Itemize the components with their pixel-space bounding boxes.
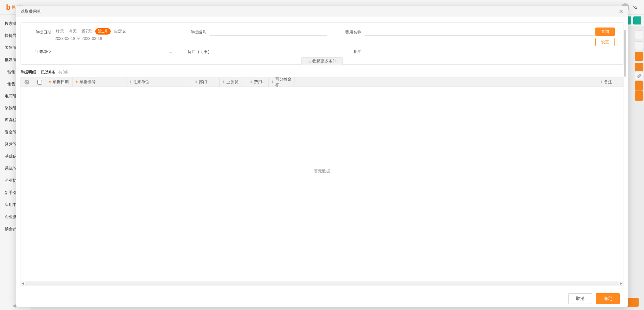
sort-icon[interactable]: ▲▼ [250, 80, 253, 84]
partner-input[interactable] [55, 48, 166, 55]
empty-state: 暂无数据 [20, 168, 624, 174]
detail-header: 单据明细 已选0条 | 共0条 [20, 69, 624, 75]
date-quick-options: 昨天今天近7天近1月自定义 [55, 28, 127, 35]
sort-icon[interactable]: ▲▼ [600, 80, 603, 84]
remark-input[interactable] [365, 48, 611, 55]
table-header-row: ▲▼单据日期▲▼单据编号▲▼往来单位▲▼部门▲▼业务员▲▼费用...▲▼可分摊金… [20, 78, 624, 87]
ok-button[interactable]: 确定 [596, 293, 620, 304]
filter-panel: 单据日期 昨天今天近7天近1月自定义 2023-02-18 至 2023-03-… [20, 22, 624, 65]
table-header-amount[interactable]: ▲▼可分摊金额 [269, 78, 295, 87]
table-header-code[interactable]: ▲▼单据编号 [73, 78, 126, 87]
cancel-button[interactable]: 取消 [568, 293, 592, 304]
table-header-chk[interactable] [33, 78, 46, 87]
col-label: 可分摊金额 [275, 77, 292, 88]
settings-button[interactable]: 设置 [595, 38, 615, 46]
collapse-conditions-toggle[interactable]: ︽ 收起更多条件 [301, 57, 343, 65]
col-label: 业务员 [226, 79, 238, 85]
filter-doc-date: 单据日期 昨天今天近7天近1月自定义 2023-02-18 至 2023-03-… [33, 28, 177, 42]
close-icon[interactable]: ✕ [619, 8, 623, 15]
hscroll-right-icon[interactable]: ▶ [619, 281, 624, 285]
date-option[interactable]: 近7天 [80, 28, 93, 35]
date-range-text: 2023-02-18 至 2023-03-18 [55, 36, 127, 42]
partner-label: 往来单位 [33, 48, 51, 55]
date-option[interactable]: 近1月 [95, 28, 111, 35]
sort-icon[interactable]: ▲▼ [129, 80, 132, 84]
doc-code-label: 单据编号 [187, 28, 206, 35]
chevron-up-icon: ︽ [308, 59, 311, 64]
partner-picker-icon[interactable]: ··· [168, 50, 173, 55]
remark-detail-label: 备注（明细） [187, 48, 211, 55]
col-label: 单据编号 [79, 79, 96, 85]
table-body: 暂无数据 [20, 87, 624, 281]
modal-body: 单据日期 昨天今天近7天近1月自定义 2023-02-18 至 2023-03-… [16, 17, 628, 290]
collapse-label: 收起更多条件 [312, 58, 336, 64]
filter-doc-code: 单据编号 [187, 28, 332, 36]
col-label: 单据日期 [53, 79, 69, 85]
modal-footer: 取消 确定 [16, 290, 628, 307]
doc-date-label: 单据日期 [33, 28, 51, 35]
detail-title: 单据明细 [20, 69, 36, 75]
filter-partner: 往来单位 ··· [33, 48, 177, 55]
total-divider: | [55, 70, 59, 74]
sort-icon[interactable]: ▲▼ [195, 80, 198, 84]
col-label: 往来单位 [133, 79, 149, 85]
select-expense-modal: 选取费用单 ✕ 单据日期 昨天今天近7天近1月自定义 2023-02-18 至 … [16, 6, 628, 307]
modal-vertical-scrollbar[interactable] [624, 23, 627, 289]
table-header-clerk[interactable]: ▲▼业务员 [220, 78, 247, 87]
table-header-partner[interactable]: ▲▼往来单位 [126, 78, 192, 87]
detail-selected-count: 已选0条 | 共0条 [41, 69, 69, 75]
sort-icon[interactable]: ▲▼ [271, 80, 274, 84]
table-header-gear[interactable] [20, 78, 33, 87]
hscroll-track[interactable] [25, 281, 619, 285]
date-option[interactable]: 自定义 [113, 28, 127, 35]
filter-actions: 查询 设置 [595, 28, 615, 46]
sort-icon[interactable]: ▲▼ [222, 80, 225, 84]
date-option[interactable]: 昨天 [55, 28, 65, 35]
table-header-date[interactable]: ▲▼单据日期 [46, 78, 73, 87]
col-label: 部门 [199, 79, 207, 85]
remark-detail-input[interactable] [214, 48, 326, 55]
col-label: 费用... [254, 79, 265, 85]
table-header-dept[interactable]: ▲▼部门 [192, 78, 220, 87]
filter-remark: 备注 [342, 48, 611, 55]
doc-code-input[interactable] [210, 28, 327, 36]
gear-icon[interactable] [24, 80, 29, 85]
select-all-checkbox[interactable] [37, 80, 42, 85]
table-header-fee[interactable]: ▲▼费用... [247, 78, 269, 87]
table-header-remark[interactable]: ▲▼备注 [295, 78, 624, 87]
selected-prefix: 已选 [41, 70, 49, 74]
sort-icon[interactable]: ▲▼ [49, 80, 51, 84]
filter-fee-name: 费用名称 ··· [342, 28, 611, 36]
detail-table: ▲▼单据日期▲▼单据编号▲▼往来单位▲▼部门▲▼业务员▲▼费用...▲▼可分摊金… [20, 77, 624, 286]
hscroll-left-icon[interactable]: ◀ [20, 281, 25, 285]
modal-header: 选取费用单 ✕ [16, 6, 628, 17]
fee-name-label: 费用名称 [342, 28, 361, 35]
remark-label: 备注 [342, 48, 361, 55]
table-horizontal-scrollbar[interactable]: ◀ ▶ [20, 281, 624, 286]
fee-name-input[interactable] [365, 28, 605, 36]
col-label: 备注 [604, 79, 612, 85]
modal-title: 选取费用单 [21, 9, 619, 14]
sort-icon[interactable]: ▲▼ [75, 80, 78, 84]
selected-count: 0 [49, 70, 51, 74]
date-option[interactable]: 今天 [67, 28, 78, 35]
total-text: 共0条 [58, 70, 69, 74]
query-button[interactable]: 查询 [595, 28, 615, 36]
filter-remark-detail: 备注（明细） [187, 48, 332, 55]
selected-suffix: 条 [51, 70, 55, 74]
svg-point-0 [26, 82, 28, 83]
